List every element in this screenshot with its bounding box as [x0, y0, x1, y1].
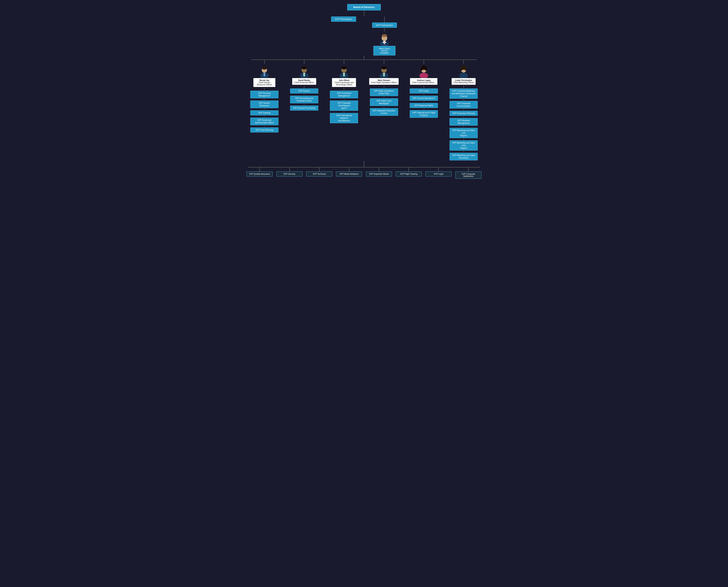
chief-3-col: John Black Chief Investment andTechnolog… — [325, 60, 363, 124]
chief-1-col: Nicola Jay Chief HumanResource Officer S… — [245, 60, 283, 133]
chief-2-svp-2: SVP Accounting andFinancial Control — [290, 96, 318, 103]
chief-5-svp-1: SVP Cargo — [410, 89, 438, 93]
chief-6-avatar — [457, 64, 470, 78]
chief-3-svp-2: SVP Corporate Developmentand IT — [330, 100, 358, 111]
chief-5-title: Chief Commercial Officer... — [412, 81, 436, 84]
chief-3-svp-3: SVP International Relationsand Alliances — [330, 113, 358, 123]
bottom-4: SVP Media Relations — [336, 171, 362, 177]
chief-1-svp-2: SVP HumanResources — [250, 100, 279, 108]
chief-1-name: Nicola Jay — [255, 79, 274, 81]
chief-3-title: Chief Investment andTechnology Officer — [334, 81, 354, 86]
ceo-avatar — [378, 32, 391, 46]
chief-5-name: Andrea Logan — [412, 79, 436, 81]
chief-2-box: David Banks Chief Financial Officer — [292, 78, 316, 85]
board-box: Board of Directors — [347, 4, 381, 10]
chief-6-svp-4: SVP Revenue Management — [449, 118, 478, 126]
chief-6-svp-6: SVP Marketing and Sales (2ndRegion) — [449, 140, 478, 150]
chief-4-svp-3: SVP Integrated OperationControl — [370, 108, 398, 116]
ceo-name: Mark Davis — [376, 47, 393, 50]
chief-3-box: John Black Chief Investment andTechnolog… — [332, 78, 356, 87]
bottom-6: SVP Flight Training — [396, 171, 422, 177]
chief-6-col: Linda Christopher Chief Marketing Office… — [445, 60, 483, 161]
chief-5-svp-2: SVP Ground OperationsT — [410, 96, 438, 101]
chief-4-name: Mark Stewart — [371, 79, 397, 81]
chief-1-svp-4: SVP Social andAdministrative Affairs — [250, 118, 279, 125]
svp-participation-left: SVP Participation — [331, 17, 356, 22]
chief-6-svp-5: SVP Marketing and Sales (1stRegion) — [449, 128, 478, 138]
svg-rect-8 — [264, 73, 265, 76]
chief-3-avatar — [338, 64, 350, 78]
chief-6-title: Chief Marketing Officer — [453, 81, 474, 84]
chief-4-title: Chief Flight Operation Officer — [371, 81, 397, 84]
svg-rect-34 — [463, 73, 465, 76]
chief-2-svp-1: SVP Finance — [290, 89, 318, 93]
chief-2-avatar — [298, 64, 310, 78]
chief-1-svp-3: SVP Trainingt — [250, 110, 279, 115]
chief-2-col: David Banks Chief Financial Officer SVP … — [285, 60, 323, 111]
ceo-node: Mark Davis CEO &President — [373, 32, 396, 55]
chief-5-svp-4: SVP Catering and In flightProducts — [410, 110, 438, 118]
svg-point-4 — [382, 34, 387, 37]
svg-point-21 — [342, 67, 347, 69]
svp-participation-right: SVP Participation — [372, 23, 397, 28]
chief-1-avatar — [258, 64, 271, 78]
chief-6-svp-7: SVP Marketing and Sales(Domestic) — [449, 153, 478, 160]
chief-6-box: Linda Christopher Chief Marketing Office… — [451, 78, 476, 85]
bottom-5: SVP Inspection Board — [366, 171, 392, 177]
svg-rect-28 — [423, 73, 425, 76]
chief-5-avatar — [418, 64, 430, 78]
bottom-2: SVP Security — [277, 171, 303, 177]
svg-point-31 — [421, 67, 423, 71]
chief-6-svp-3: SVP Production Planning — [449, 111, 478, 116]
chief-4-svp-1: SVP Flight Operations(Chief Pilot) — [370, 89, 398, 96]
chief-1-title: Chief HumanResource Officer — [255, 81, 274, 86]
chief-2-svp-3: SVP General Purchasing — [290, 105, 318, 111]
chief-4-col: Mark Stewart Chief Flight Operation Offi… — [365, 60, 403, 116]
svg-point-38 — [465, 67, 467, 71]
ceo-box: Mark Davis CEO &President — [373, 46, 396, 55]
svg-point-37 — [461, 67, 463, 71]
chief-6-svp-1: SVP Corporate Marketingand Alternative D… — [449, 89, 478, 99]
bottom-7: SVP Legal — [425, 171, 451, 177]
ceo-title: CEO &President — [376, 50, 393, 54]
bottom-1: SVP Quality Assurance — [246, 171, 273, 177]
chief-6-svp-2: SVP CorporateCommunication — [449, 101, 478, 109]
chief-5-box: Andrea Logan Chief Commercial Officer... — [410, 78, 438, 85]
bottom-3: SVP Technical — [306, 171, 332, 177]
chief-2-name: David Banks — [294, 79, 314, 81]
bottom-8: SVP Corporate Satisfaction — [455, 171, 482, 179]
chief-5-svp-3: SVP Regional Flights — [410, 103, 438, 108]
chief-3-name: John Black — [334, 79, 354, 81]
chief-4-box: Mark Stewart Chief Flight Operation Offi… — [369, 78, 399, 85]
chief-4-svp-2: SVP Cabin Crew ManagingT — [370, 98, 398, 106]
org-chart: Board of Directors SVP Participation SVP… — [243, 0, 485, 183]
svg-point-11 — [262, 67, 267, 69]
chief-5-col: Andrea Logan Chief Commercial Officer...… — [405, 60, 443, 118]
chief-1-svp-1: SVP Personal Management — [250, 91, 279, 98]
chief-4-avatar — [378, 64, 390, 78]
chief-3-svp-1: SVP Investment Management — [330, 91, 358, 98]
chief-6-name: Linda Christopher — [453, 79, 474, 81]
chief-1-svp-5: SVP Crew Planning — [250, 127, 279, 133]
svg-point-26 — [381, 67, 386, 69]
svg-point-32 — [425, 67, 427, 71]
chief-2-title: Chief Financial Officer — [294, 81, 314, 84]
svg-point-16 — [302, 67, 307, 69]
chief-1-box: Nicola Jay Chief HumanResource Officer — [253, 78, 276, 87]
